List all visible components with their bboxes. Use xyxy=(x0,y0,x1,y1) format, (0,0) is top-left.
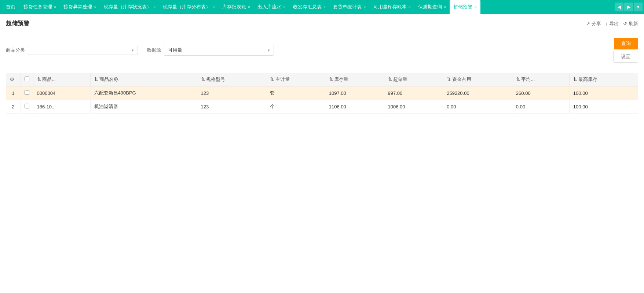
col-header-spec: ⇅ 规格型号 xyxy=(197,73,266,86)
tab-close-icon[interactable]: × xyxy=(54,5,56,9)
col-label: 最高库存 xyxy=(578,77,597,82)
nav-tab-tab-4[interactable]: 现存量（库存分布表）× xyxy=(159,0,218,14)
tab-close-icon[interactable]: × xyxy=(363,5,366,9)
tab-close-icon[interactable]: × xyxy=(212,5,215,9)
col-header-capital: ⇅ 资金占用 xyxy=(443,73,512,86)
tab-label: 要货单统计表 xyxy=(333,4,362,10)
col-sort-icon: ⇅ xyxy=(447,77,451,82)
spec: 123 xyxy=(197,100,266,114)
nav-tab-tab-9[interactable]: 可用量库存账本× xyxy=(370,0,414,14)
tab-close-icon[interactable]: × xyxy=(444,5,446,9)
stock: 1097.00 xyxy=(325,86,384,100)
tab-close-icon[interactable]: × xyxy=(94,5,96,9)
row-index: 1 xyxy=(6,86,21,100)
share-button[interactable]: ↗ 分享 xyxy=(586,21,601,27)
col-header-overage: ⇅ 超储量 xyxy=(384,73,443,86)
capital: 0.00 xyxy=(443,100,512,114)
col-header-avg: ⇅ 平均... xyxy=(512,73,569,86)
unit: 个 xyxy=(266,100,325,114)
category-label: 商品分类 xyxy=(6,47,25,53)
export-icon: ↓ xyxy=(605,21,608,26)
settings-button[interactable]: 设置 xyxy=(613,51,638,63)
row-index: 2 xyxy=(6,100,21,114)
datasource-label: 数据源 xyxy=(147,47,161,53)
tab-label: 拣货任务管理 xyxy=(23,4,52,10)
nav-tab-tab-10[interactable]: 保质期查询× xyxy=(414,0,450,14)
nav-tab-tab-11[interactable]: 超储预警× xyxy=(450,0,480,14)
col-label: 商品... xyxy=(42,77,56,82)
nav-home[interactable]: 首页 xyxy=(1,4,20,10)
avg: 260.00 xyxy=(512,86,569,100)
row-checkbox[interactable] xyxy=(25,104,29,108)
data-table: ⚙ ⇅ 商品... ⇅ 商品名称 ⇅ 规格型号 ⇅ xyxy=(6,73,638,114)
export-button[interactable]: ↓ 导出 xyxy=(605,21,619,27)
col-sort-icon: ⇅ xyxy=(388,77,392,82)
tab-label: 保质期查询 xyxy=(418,4,442,10)
col-header-checkbox xyxy=(21,73,33,86)
nav-more-button[interactable]: ▼ xyxy=(634,3,643,11)
nav-prev-button[interactable]: ◀ xyxy=(615,3,623,11)
nav-tab-tab-2[interactable]: 拣货异常处理× xyxy=(60,0,100,14)
category-filter-group: 商品分类 ▾ xyxy=(6,46,138,55)
table-header-row: ⚙ ⇅ 商品... ⇅ 商品名称 ⇅ 规格型号 ⇅ xyxy=(6,73,638,86)
table-row: 1 0000004 六配套新昌490BPG 123 套 1097.00 997.… xyxy=(6,86,638,100)
tab-label: 收发存汇总表 xyxy=(293,4,322,10)
category-select[interactable]: ▾ xyxy=(28,46,138,55)
table-header: ⚙ ⇅ 商品... ⇅ 商品名称 ⇅ 规格型号 ⇅ xyxy=(6,73,638,86)
datasource-select[interactable]: 可用量 ▾ xyxy=(164,45,274,56)
col-label: 超储量 xyxy=(393,77,407,82)
nav-bar: 首页 拣货任务管理×拣货异常处理×现存量（库存状况表）×现存量（库存分布表）×库… xyxy=(0,0,644,14)
col-label: 资金占用 xyxy=(452,77,471,82)
col-sort-icon: ⇅ xyxy=(573,77,577,82)
tab-close-icon[interactable]: × xyxy=(323,5,326,9)
nav-arrows: ◀ ▶ ▼ xyxy=(615,3,643,11)
col-sort-icon: ⇅ xyxy=(94,77,98,82)
col-label: 库存量 xyxy=(334,77,348,82)
stock: 1106.00 xyxy=(325,100,384,114)
col-header-unit: ⇅ 主计量 xyxy=(266,73,325,86)
capital: 259220.00 xyxy=(443,86,512,100)
tab-close-icon[interactable]: × xyxy=(409,5,411,9)
select-all-checkbox[interactable] xyxy=(25,77,29,81)
col-header-product-code: ⇅ 商品... xyxy=(33,73,90,86)
nav-tab-tab-3[interactable]: 现存量（库存状况表）× xyxy=(100,0,159,14)
query-button[interactable]: 查询 xyxy=(614,38,638,49)
nav-tab-tab-7[interactable]: 收发存汇总表× xyxy=(289,0,329,14)
refresh-label: 刷新 xyxy=(629,21,638,27)
tab-close-icon[interactable]: × xyxy=(153,5,155,9)
tab-close-icon[interactable]: × xyxy=(474,5,476,9)
product-name: 六配套新昌490BPG xyxy=(90,86,197,100)
overage: 997.00 xyxy=(384,86,443,100)
tab-close-icon[interactable]: × xyxy=(283,5,285,9)
tab-label: 现存量（库存状况表） xyxy=(104,4,151,10)
col-sort-icon: ⇅ xyxy=(201,77,205,82)
nav-tab-tab-5[interactable]: 库存批次账× xyxy=(219,0,254,14)
unit: 套 xyxy=(266,86,325,100)
table-body: 1 0000004 六配套新昌490BPG 123 套 1097.00 997.… xyxy=(6,86,638,114)
tab-close-icon[interactable]: × xyxy=(248,5,250,9)
col-sort-icon: ⇅ xyxy=(516,77,520,82)
share-label: 分享 xyxy=(592,21,601,27)
tab-label: 出入库流水 xyxy=(257,4,281,10)
header-actions: ↗ 分享 ↓ 导出 ↺ 刷新 xyxy=(586,21,638,27)
nav-tab-tab-8[interactable]: 要货单统计表× xyxy=(329,0,369,14)
page-content: 超储预警 ↗ 分享 ↓ 导出 ↺ 刷新 商品分类 ▾ 数据源 xyxy=(0,14,644,293)
product-code: 0000004 xyxy=(33,86,90,100)
row-checkbox-cell xyxy=(21,100,33,114)
product-name: 机油滤清器 xyxy=(90,100,197,114)
refresh-button[interactable]: ↺ 刷新 xyxy=(623,21,638,27)
tab-label: 可用量库存账本 xyxy=(373,4,407,10)
nav-tabs: 拣货任务管理×拣货异常处理×现存量（库存状况表）×现存量（库存分布表）×库存批次… xyxy=(20,0,480,14)
col-label: 规格型号 xyxy=(206,77,225,82)
page-title: 超储预警 xyxy=(6,20,29,27)
nav-next-button[interactable]: ▶ xyxy=(624,3,633,11)
col-header-stock: ⇅ 库存量 xyxy=(325,73,384,86)
filter-action-buttons: 查询 设置 xyxy=(613,38,638,63)
nav-tab-tab-1[interactable]: 拣货任务管理× xyxy=(20,0,60,14)
col-sort-icon: ⇅ xyxy=(37,77,41,82)
nav-tab-tab-6[interactable]: 出入库流水× xyxy=(254,0,289,14)
row-checkbox[interactable] xyxy=(25,90,29,95)
overage: 1006.00 xyxy=(384,100,443,114)
col-label: 平均... xyxy=(521,77,535,82)
table-gear-icon[interactable]: ⚙ xyxy=(10,76,14,82)
